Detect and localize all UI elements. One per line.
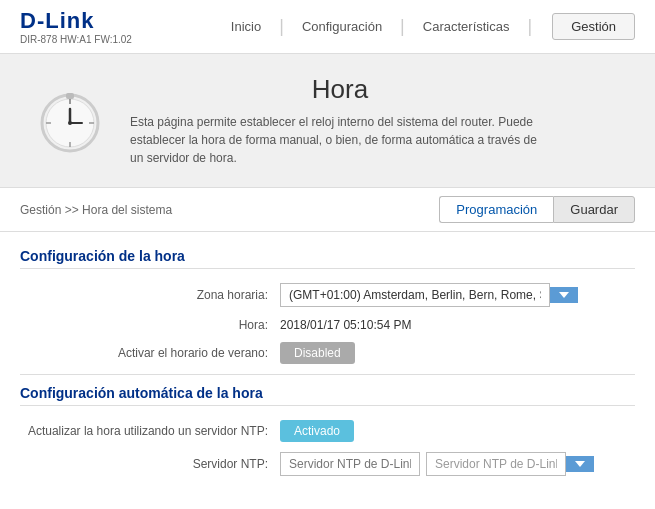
nav-links: Inicio | Configuración | Características… [221, 13, 635, 40]
nav-caracteristicas[interactable]: Características [413, 15, 520, 38]
ntp-server-select[interactable]: Servidor NTP de D-Link [426, 452, 566, 476]
ntp-server-label: Servidor NTP: [20, 457, 280, 471]
nav-sep-1: | [279, 16, 284, 37]
verano-toggle[interactable]: Disabled [280, 342, 355, 364]
gestion-button[interactable]: Gestión [552, 13, 635, 40]
action-bar: Gestión >> Hora del sistema Programación… [0, 188, 655, 232]
hero-description: Esta página permite establecer el reloj … [130, 113, 550, 167]
svg-rect-9 [66, 93, 74, 99]
ntp-server-select-wrapper: Servidor NTP de D-Link [426, 452, 594, 476]
chevron-down-icon [575, 461, 585, 467]
zona-horaria-control: (GMT+01:00) Amsterdam, Berlin, Bern, Rom… [280, 283, 635, 307]
header: D-Link DIR-878 HW:A1 FW:1.02 Inicio | Co… [0, 0, 655, 54]
ntp-update-label: Actualizar la hora utilizando un servido… [20, 424, 280, 438]
nav-sep-3: | [528, 16, 533, 37]
guardar-button[interactable]: Guardar [553, 196, 635, 223]
ntp-toggle[interactable]: Activado [280, 420, 354, 442]
hero-section: Hora Esta página permite establecer el r… [0, 54, 655, 188]
hero-text: Hora Esta página permite establecer el r… [130, 74, 550, 167]
main-content: Configuración de la hora Zona horaria: (… [0, 232, 655, 502]
clock-icon [30, 79, 110, 159]
nav-sep-2: | [400, 16, 405, 37]
ntp-config-title: Configuración automática de la hora [20, 385, 635, 406]
zona-horaria-label: Zona horaria: [20, 288, 280, 302]
ntp-server-input[interactable] [280, 452, 420, 476]
page-title: Hora [130, 74, 550, 105]
nav-inicio[interactable]: Inicio [221, 15, 271, 38]
verano-row: Activar el horario de verano: Disabled [20, 342, 635, 364]
ntp-select-arrow[interactable] [566, 456, 594, 472]
ntp-update-control: Activado [280, 420, 635, 442]
ntp-update-row: Actualizar la hora utilizando un servido… [20, 420, 635, 442]
section-divider [20, 374, 635, 375]
zona-horaria-row: Zona horaria: (GMT+01:00) Amsterdam, Ber… [20, 283, 635, 307]
hora-value-container: 2018/01/17 05:10:54 PM [280, 317, 635, 332]
hora-config-title: Configuración de la hora [20, 248, 635, 269]
hora-value: 2018/01/17 05:10:54 PM [280, 318, 411, 332]
svg-point-8 [68, 121, 72, 125]
logo: D-Link [20, 8, 132, 34]
logo-area: D-Link DIR-878 HW:A1 FW:1.02 [20, 8, 132, 45]
zona-horaria-dropdown-arrow[interactable] [550, 287, 578, 303]
verano-label: Activar el horario de verano: [20, 346, 280, 360]
logo-subtitle: DIR-878 HW:A1 FW:1.02 [20, 34, 132, 45]
programacion-button[interactable]: Programación [439, 196, 553, 223]
breadcrumb: Gestión >> Hora del sistema [20, 203, 439, 217]
nav-configuracion[interactable]: Configuración [292, 15, 392, 38]
clock-icon-container [30, 79, 110, 162]
verano-control: Disabled [280, 342, 635, 364]
hora-label: Hora: [20, 318, 280, 332]
hora-row: Hora: 2018/01/17 05:10:54 PM [20, 317, 635, 332]
chevron-down-icon [559, 292, 569, 298]
zona-horaria-select[interactable]: (GMT+01:00) Amsterdam, Berlin, Bern, Rom… [280, 283, 550, 307]
ntp-server-control: Servidor NTP de D-Link [280, 452, 635, 476]
ntp-server-row: Servidor NTP: Servidor NTP de D-Link [20, 452, 635, 476]
